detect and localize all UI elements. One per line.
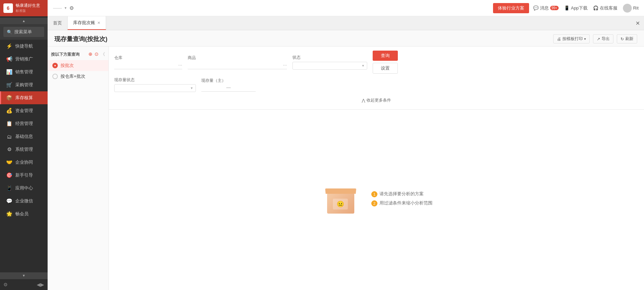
tip-1-number: 1 — [371, 191, 377, 197]
main-area: —— ▾ ⚙ 体验行业方案 💬 消息 99+ 📱 App下载 🎧 在线客服 Ri… — [48, 0, 644, 290]
product-more-icon[interactable]: ··· — [283, 62, 287, 68]
status-select[interactable]: ▾ — [292, 62, 367, 70]
left-panel-icons: ⊕ ⊙ 《 — [88, 51, 105, 57]
left-panel-header: 按以下方案查询 ⊕ ⊙ 《 — [48, 50, 108, 60]
sidebar-icon-purchase: 🛒 — [6, 82, 13, 88]
sidebar-item-purchase[interactable]: 🛒采购管理 — [0, 78, 48, 91]
headset-icon: 🎧 — [593, 5, 598, 11]
stock-status-select[interactable]: ▾ — [114, 84, 196, 92]
app-download-item[interactable]: 📱 App下载 — [564, 5, 588, 11]
sidebar-icon-basic: 🗂 — [6, 134, 13, 140]
warehouse-input-wrap: ··· — [114, 62, 182, 69]
search-icon: 🔍 — [7, 30, 12, 35]
topbar: —— ▾ ⚙ 体验行业方案 💬 消息 99+ 📱 App下载 🎧 在线客服 Ri… — [48, 0, 644, 16]
online-service-item[interactable]: 🎧 在线客服 — [593, 5, 617, 11]
sidebar-item-newbie[interactable]: 🎯新手引导 — [0, 169, 48, 182]
status-label: 状态 — [292, 55, 367, 60]
warehouse-more-icon[interactable]: ··· — [178, 62, 182, 68]
stock-quantity-field: 现存量（主） — — [201, 78, 256, 92]
scheme-inactive-dot — [52, 74, 58, 79]
sidebar-header: 6 畅康通好生意 标准版 — [0, 0, 48, 16]
sidebar-scroll-down[interactable]: ▼ — [0, 272, 48, 279]
sidebar-item-enterprise[interactable]: 🤝企业协同 — [0, 156, 48, 169]
sidebar-label-wechat: 企业微信 — [15, 198, 33, 204]
trial-button[interactable]: 体验行业方案 — [493, 3, 529, 13]
search-menu-button[interactable]: 🔍 搜索菜单 — [3, 27, 44, 37]
page-title: 现存量查询(按批次) — [54, 35, 107, 43]
tip-1: 1 请先选择要分析的方案 — [371, 191, 433, 197]
add-scheme-icon[interactable]: ⊕ — [88, 51, 92, 57]
product-label: 商品 — [188, 55, 287, 61]
sidebar-scroll-up[interactable]: ▲ — [0, 18, 48, 24]
product-input[interactable] — [188, 62, 283, 68]
settings-footer-btn[interactable]: ⚙ — [3, 282, 8, 287]
sidebar-item-basic[interactable]: 🗂基础信息 — [0, 130, 48, 143]
page-body: 按以下方案查询 ⊕ ⊙ 《 ● 按批次 按仓库+批次 — [48, 47, 644, 290]
sidebar-label-app-center: 应用中心 — [15, 185, 33, 191]
scheme-item-by-warehouse-batch[interactable]: 按仓库+批次 — [48, 71, 108, 82]
sidebar-label-marketing: 营销推广 — [15, 56, 33, 62]
sidebar-label-quick-nav: 快捷导航 — [15, 43, 33, 49]
tip-2-number: 2 — [371, 200, 377, 206]
app-name: 畅康通好生意 — [16, 3, 40, 8]
box-face: 😐 — [333, 199, 348, 210]
app-logo: 6 — [3, 3, 13, 13]
sidebar-label-inventory: 库存核算 — [15, 95, 33, 101]
product-input-wrap: ··· — [188, 62, 287, 69]
sidebar-item-member[interactable]: 🌟畅会员 — [0, 207, 48, 220]
topbar-breadcrumb: —— — [53, 5, 62, 11]
messages-badge: 99+ — [550, 6, 559, 10]
collapse-left-panel-icon[interactable]: 《 — [101, 51, 105, 57]
sidebar-item-quick-nav[interactable]: ⚡快捷导航 — [0, 40, 48, 53]
stock-quantity-to-input[interactable] — [233, 85, 256, 90]
collapse-more-button[interactable]: ⋀ 收起更多条件 — [114, 95, 639, 105]
sidebar-icon-app-center: 📱 — [6, 185, 13, 191]
filter-area: 仓库 ··· 商品 ··· — [109, 47, 644, 110]
collapse-sidebar-btn[interactable]: ◀▶ — [37, 282, 44, 287]
sidebar-footer: ⚙ ◀▶ — [0, 279, 48, 290]
sidebar-item-sales[interactable]: 📊销售管理 — [0, 66, 48, 78]
sidebar-icon-finance: 💰 — [6, 108, 13, 114]
query-button[interactable]: 查询 — [373, 51, 398, 61]
stock-quantity-from-input[interactable] — [201, 85, 224, 90]
messages-item[interactable]: 💬 消息 99+ — [533, 5, 559, 11]
sidebar-item-wechat[interactable]: 💬企业微信 — [0, 195, 48, 207]
export-button[interactable]: ↗ 导出 — [593, 34, 613, 43]
warehouse-input[interactable] — [114, 62, 178, 68]
settings-button[interactable]: 设置 — [373, 63, 398, 74]
empty-illustration: 😐 — [320, 180, 361, 220]
sidebar-item-operations[interactable]: 📋经营管理 — [0, 117, 48, 130]
tip-1-text: 请先选择要分析的方案 — [379, 191, 424, 197]
tip-2: 2 用过滤条件来缩小分析范围 — [371, 200, 433, 206]
stock-quantity-dash-icon: — — [226, 85, 231, 90]
scheme-settings-icon[interactable]: ⊙ — [95, 51, 99, 57]
topbar-settings-icon[interactable]: ⚙ — [69, 5, 74, 11]
tab-close-icon[interactable]: ✕ — [97, 21, 100, 25]
sidebar-item-system[interactable]: ⚙系统管理 — [0, 143, 48, 156]
sidebar-item-finance[interactable]: 💰资金管理 — [0, 104, 48, 117]
topbar-nav: —— ▾ ⚙ — [53, 5, 489, 11]
user-avatar-item[interactable]: Rit — [623, 4, 639, 13]
sidebar-item-app-center[interactable]: 📱应用中心 — [0, 182, 48, 195]
page-actions: 🖨 按模板打印 ▾ ↗ 导出 ↻ 刷新 — [553, 34, 637, 43]
stock-status-label: 现存量状态 — [114, 77, 196, 83]
chevron-up-icon: ⋀ — [362, 98, 365, 103]
status-chevron-icon: ▾ — [362, 64, 364, 68]
phone-icon: 📱 — [564, 5, 570, 11]
tabbar-close-button[interactable]: ✕ — [631, 20, 644, 26]
sidebar-item-inventory[interactable]: 📦库存核算 — [0, 91, 48, 104]
tab-home[interactable]: 首页 — [48, 16, 68, 30]
left-panel: 按以下方案查询 ⊕ ⊙ 《 ● 按批次 按仓库+批次 — [48, 47, 109, 290]
right-panel: 仓库 ··· 商品 ··· — [109, 47, 644, 290]
sidebar-icon-operations: 📋 — [6, 121, 13, 127]
warehouse-field: 仓库 ··· — [114, 55, 182, 69]
sidebar-label-member: 畅会员 — [15, 211, 29, 217]
tab-inventory-batch[interactable]: 库存批次账 ✕ — [68, 16, 106, 30]
app-info: 畅康通好生意 标准版 — [16, 3, 40, 13]
sidebar-icon-sales: 📊 — [6, 69, 13, 75]
topbar-chevron-icon[interactable]: ▾ — [65, 6, 67, 10]
scheme-item-by-batch[interactable]: ● 按批次 — [48, 60, 108, 71]
print-template-button[interactable]: 🖨 按模板打印 ▾ — [553, 34, 590, 43]
refresh-button[interactable]: ↻ 刷新 — [617, 34, 637, 43]
sidebar-item-marketing[interactable]: 📢营销推广 — [0, 53, 48, 66]
